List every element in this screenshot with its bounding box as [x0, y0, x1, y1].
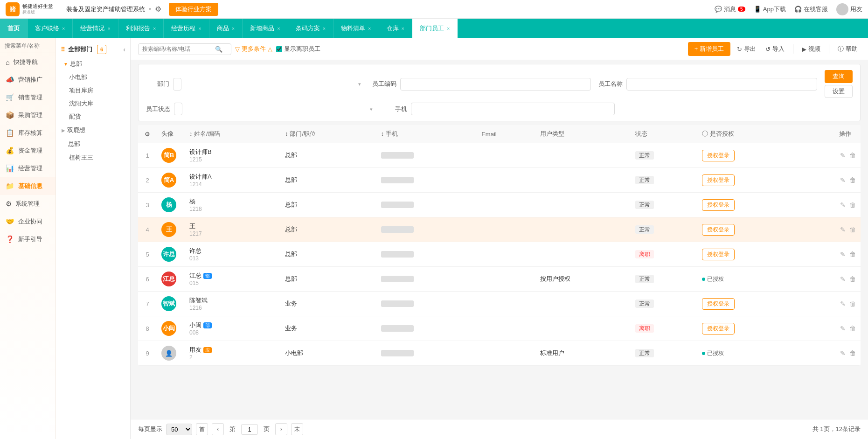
tab-bom[interactable]: 物料清单 ×: [333, 19, 379, 38]
per-page-select[interactable]: 50 100: [166, 424, 192, 435]
dept-select[interactable]: [173, 78, 181, 91]
export-btn[interactable]: ↻ 导出: [734, 43, 759, 55]
edit-icon[interactable]: ✎: [840, 275, 846, 283]
dept-sub-node-peihuo[interactable]: 配货: [56, 110, 130, 123]
search-input[interactable]: [142, 46, 212, 52]
help-btn[interactable]: ⓘ 帮助: [835, 43, 861, 55]
page-input[interactable]: [241, 424, 258, 435]
show-resigned-checkbox[interactable]: 显示离职员工: [276, 45, 320, 53]
tab-profit[interactable]: 利润报告 ×: [118, 19, 164, 38]
sidebar-item-sales[interactable]: 🛒 销售管理: [0, 89, 56, 106]
dept-node-shuangluxiang[interactable]: ▶ 双鹿想: [56, 123, 130, 137]
add-employee-btn[interactable]: + 新增员工: [688, 42, 730, 56]
tab-department[interactable]: 部门员工 ×: [412, 19, 458, 38]
message-btn[interactable]: 💬 消息 5: [715, 5, 745, 14]
auth-login-btn[interactable]: 授权登录: [702, 174, 735, 186]
sidebar-item-marketing[interactable]: 📣 营销推广: [0, 71, 56, 89]
delete-icon[interactable]: 🗑: [849, 251, 856, 258]
tab-new-goods[interactable]: 新增商品 ×: [243, 19, 288, 38]
delete-icon[interactable]: 🗑: [849, 325, 856, 332]
dept-sub-node-zhishuwangsan[interactable]: 植树王三: [56, 151, 130, 164]
close-icon[interactable]: ×: [232, 26, 235, 31]
next-page-btn[interactable]: ›: [275, 423, 287, 435]
dept-sub-node-xiangmukufang[interactable]: 项目库房: [56, 84, 130, 97]
edit-icon[interactable]: ✎: [840, 300, 846, 307]
status-select[interactable]: [174, 103, 182, 115]
tab-barcode[interactable]: 条码方案 ×: [288, 19, 333, 38]
sidebar-item-guide[interactable]: ❓ 新手引导: [0, 230, 56, 248]
close-icon[interactable]: ×: [323, 26, 326, 31]
trial-btn[interactable]: 体验行业方案: [169, 3, 218, 16]
dept-node-zongbu[interactable]: ▼ 总部: [56, 57, 130, 71]
delete-icon[interactable]: 🗑: [849, 300, 856, 307]
dept-node-zongbu2[interactable]: 总部: [56, 137, 130, 151]
delete-icon[interactable]: 🗑: [849, 275, 856, 283]
dept-sub-node-xiaodibu[interactable]: 小电部: [56, 71, 130, 84]
sidebar-item-basic[interactable]: 📁 基础信息: [0, 177, 56, 195]
row-phone: [376, 217, 477, 242]
employee-code: 013: [189, 255, 276, 262]
col-settings[interactable]: ⚙: [138, 125, 157, 143]
close-icon[interactable]: ×: [198, 26, 201, 31]
tab-customer[interactable]: 客户联络 ×: [28, 19, 73, 38]
sidebar-item-finance[interactable]: 💰 资金管理: [0, 142, 56, 160]
emp-code-label: 员工编码: [372, 80, 396, 88]
online-service-btn[interactable]: 🎧 在线客服: [794, 5, 828, 14]
auth-login-btn[interactable]: 授权登录: [702, 323, 735, 334]
close-icon[interactable]: ×: [153, 26, 156, 31]
sidebar-item-collab[interactable]: 🤝 企业协同: [0, 213, 56, 230]
close-icon[interactable]: ×: [368, 26, 371, 31]
tab-home[interactable]: 首页: [0, 19, 28, 38]
edit-icon[interactable]: ✎: [840, 349, 846, 357]
tab-goods[interactable]: 商品 ×: [209, 19, 243, 38]
last-page-btn[interactable]: 末: [291, 423, 303, 435]
emp-code-input[interactable]: [400, 78, 591, 91]
first-page-btn[interactable]: 首: [196, 423, 208, 435]
auth-login-btn[interactable]: 授权登录: [702, 224, 735, 236]
import-btn[interactable]: ↺ 导入: [763, 43, 787, 55]
collapse-left-icon[interactable]: ‹: [123, 46, 125, 53]
query-btn[interactable]: 查询: [825, 70, 853, 83]
reset-btn[interactable]: 设置: [825, 85, 853, 98]
close-icon[interactable]: ×: [107, 26, 110, 31]
user-area[interactable]: 用友: [836, 3, 862, 15]
edit-icon[interactable]: ✎: [840, 152, 846, 159]
edit-icon[interactable]: ✎: [840, 325, 846, 332]
edit-icon[interactable]: ✎: [840, 251, 846, 258]
delete-icon[interactable]: 🗑: [849, 152, 856, 159]
delete-icon[interactable]: 🗑: [849, 349, 856, 357]
sidebar-item-quick-nav[interactable]: ⌂ 快捷导航: [0, 53, 56, 71]
close-icon[interactable]: ×: [402, 26, 404, 31]
sidebar-search-input[interactable]: [5, 42, 56, 49]
auth-login-btn[interactable]: 授权登录: [702, 249, 735, 260]
edit-icon[interactable]: ✎: [840, 201, 846, 209]
sidebar-item-purchase[interactable]: 📦 采购管理: [0, 106, 56, 124]
sidebar-item-operation[interactable]: 📊 经营管理: [0, 160, 56, 177]
dept-count-badge[interactable]: 6: [97, 45, 106, 54]
more-filter-btn[interactable]: ▽ 更多条件 △: [235, 45, 272, 53]
delete-icon[interactable]: 🗑: [849, 201, 856, 209]
dept-sub-node-shenyangdaku[interactable]: 沈阳大库: [56, 97, 130, 110]
sidebar-item-system[interactable]: ⚙ 系统管理: [0, 195, 56, 213]
resigned-checkbox-input[interactable]: [276, 46, 282, 52]
sidebar-item-inventory[interactable]: 📋 库存核算: [0, 124, 56, 142]
emp-name-input[interactable]: [626, 78, 817, 91]
close-icon[interactable]: ×: [277, 26, 280, 31]
auth-login-btn[interactable]: 授权登录: [702, 298, 735, 310]
edit-icon[interactable]: ✎: [840, 176, 846, 184]
phone-input[interactable]: [411, 103, 614, 115]
prev-page-btn[interactable]: ‹: [212, 423, 224, 435]
auth-login-btn[interactable]: 授权登录: [702, 199, 735, 211]
app-download-btn[interactable]: 📱 App下载: [754, 5, 786, 14]
view-btn[interactable]: ▶ 视频: [799, 43, 823, 55]
close-icon[interactable]: ×: [62, 26, 65, 31]
delete-icon[interactable]: 🗑: [849, 176, 856, 184]
auth-login-btn[interactable]: 授权登录: [702, 150, 735, 161]
settings-icon[interactable]: ⚙: [155, 5, 161, 14]
edit-icon[interactable]: ✎: [840, 226, 846, 233]
close-icon[interactable]: ×: [447, 26, 450, 31]
delete-icon[interactable]: 🗑: [849, 226, 856, 233]
tab-operation[interactable]: 经营情况 ×: [73, 19, 118, 38]
tab-warehouse[interactable]: 仓库 ×: [379, 19, 412, 38]
tab-journey[interactable]: 经营历程 ×: [164, 19, 209, 38]
